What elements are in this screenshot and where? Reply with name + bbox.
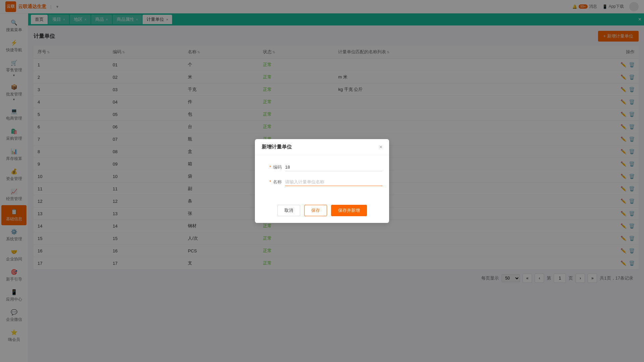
- code-label-text: 编码: [273, 165, 282, 170]
- required-mark-code: *: [269, 165, 271, 170]
- cancel-button[interactable]: 取消: [277, 205, 300, 216]
- dialog-footer: 取消 保存 保存并新增: [255, 201, 389, 223]
- code-input[interactable]: [285, 163, 382, 171]
- dialog-body: * 编码 * 名称: [255, 155, 389, 201]
- dialog-close-btn[interactable]: ×: [379, 144, 382, 150]
- name-label-text: 名称: [273, 179, 282, 184]
- dialog: 新增计量单位 × * 编码 * 名称: [255, 139, 389, 223]
- save-and-new-button[interactable]: 保存并新增: [331, 205, 367, 216]
- form-row-name: * 名称: [262, 178, 382, 186]
- dialog-header: 新增计量单位 ×: [255, 139, 389, 155]
- form-row-code: * 编码: [262, 163, 382, 171]
- modal-overlay: 新增计量单位 × * 编码 * 名称: [0, 0, 644, 362]
- required-mark-name: *: [269, 179, 271, 184]
- save-button[interactable]: 保存: [304, 205, 327, 216]
- name-input[interactable]: [285, 178, 382, 186]
- form-label-code: * 编码: [262, 164, 282, 170]
- form-label-name: * 名称: [262, 179, 282, 185]
- dialog-title: 新增计量单位: [262, 144, 292, 150]
